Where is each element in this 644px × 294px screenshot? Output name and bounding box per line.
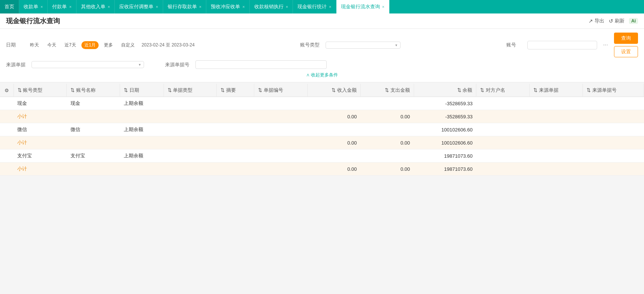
- source-doc-select[interactable]: ▾: [32, 61, 144, 68]
- header-actions: ↗ 导出 ↺ 刷新 Ai: [588, 18, 638, 24]
- cell-expense: 0.00: [360, 163, 414, 176]
- nav-tab-yinhangcunkuandan[interactable]: 银行存取款单 ×: [163, 0, 206, 13]
- table-row[interactable]: 微信 微信 上期余额 100102606.60: [0, 123, 644, 136]
- close-icon[interactable]: ×: [69, 4, 71, 9]
- more-options-icon[interactable]: ···: [603, 42, 608, 48]
- cell-doc-no: [254, 97, 308, 110]
- table-row[interactable]: 现金 现金 上期余额 -3528659.33: [0, 97, 644, 110]
- cell-source-doc-no: [583, 136, 644, 149]
- cell-gear: [0, 149, 14, 163]
- source-doc-num-input[interactable]: [195, 60, 327, 69]
- th-balance[interactable]: ⇅ 余额: [414, 84, 476, 97]
- th-doc-type[interactable]: ⇅ 单据类型: [164, 84, 217, 97]
- nav-tab-qitataishoudan[interactable]: 其他收入单 ×: [77, 0, 115, 13]
- cell-income: 0.00: [307, 110, 360, 123]
- th-date[interactable]: ⇅ 日期: [120, 84, 164, 97]
- export-button[interactable]: ↗ 导出: [588, 18, 604, 24]
- cell-gear: [0, 163, 14, 176]
- cell-expense: 0.00: [360, 110, 414, 123]
- cell-balance: -3528659.33: [414, 110, 476, 123]
- settings-button[interactable]: 设置: [614, 46, 638, 57]
- table-body: 现金 现金 上期余额 -3528659.33 小计 0.00 0.00 -352…: [0, 97, 644, 176]
- query-button[interactable]: 查询: [614, 33, 638, 44]
- cell-source-doc-no: [583, 123, 644, 136]
- cell-summary: [217, 123, 254, 136]
- collapse-bar[interactable]: ∧ 收起更多条件: [6, 72, 638, 78]
- close-icon[interactable]: ×: [199, 4, 201, 9]
- cell-expense: [360, 149, 414, 163]
- th-account-name[interactable]: ⇅ 账号名称: [67, 84, 120, 97]
- action-buttons: 查询 设置: [614, 33, 638, 57]
- date-btn-custom[interactable]: 自定义: [118, 41, 138, 49]
- cell-doc-no: [254, 163, 308, 176]
- cell-balance: 19871073.60: [414, 149, 476, 163]
- close-icon[interactable]: ×: [242, 4, 245, 9]
- nav-tab-shoukuandan[interactable]: 收款单 ×: [19, 0, 48, 13]
- cell-account-name: 现金: [67, 97, 120, 110]
- th-expense[interactable]: ⇅ 支出金额: [360, 84, 414, 97]
- cell-balance: -3528659.33: [414, 97, 476, 110]
- table-row[interactable]: 小计 0.00 0.00 -3528659.33: [0, 110, 644, 123]
- close-icon[interactable]: ×: [286, 4, 288, 9]
- cell-date: [120, 163, 164, 176]
- cell-doc-type: [164, 110, 217, 123]
- nav-home[interactable]: 首页: [0, 0, 19, 13]
- close-icon[interactable]: ×: [382, 4, 384, 9]
- cell-source-doc: [530, 123, 583, 136]
- account-input[interactable]: [527, 41, 597, 49]
- cell-source-doc-no: [583, 110, 644, 123]
- close-icon[interactable]: ×: [329, 4, 331, 9]
- cell-balance: 100102606.60: [414, 136, 476, 149]
- th-summary[interactable]: ⇅ 摘要: [217, 84, 254, 97]
- cell-account-name: [67, 163, 120, 176]
- th-counterparty[interactable]: ⇅ 对方户名: [476, 84, 530, 97]
- cell-gear: [0, 97, 14, 110]
- nav-tab-yingshoutiaozhengdan[interactable]: 应收应付调整单 ×: [115, 0, 163, 13]
- nav-tab-shoukuanhexiao[interactable]: 收款核销执行 ×: [250, 0, 293, 13]
- cell-counterparty: [476, 163, 530, 176]
- cell-account-type: 支付宝: [14, 149, 67, 163]
- cell-source-doc-no: [583, 97, 644, 110]
- filter-area: 日期 昨天 今天 近7天 近1月 更多 自定义 2023-02-24 至 202…: [0, 29, 644, 82]
- cell-account-name: 微信: [67, 123, 120, 136]
- cell-doc-type: [164, 123, 217, 136]
- nav-tab-xianjinliushui[interactable]: 现金银行流水查询 ×: [336, 0, 389, 13]
- date-btn-1month[interactable]: 近1月: [81, 41, 99, 49]
- refresh-button[interactable]: ↺ 刷新: [609, 18, 624, 24]
- close-icon[interactable]: ×: [108, 4, 110, 9]
- th-account-type[interactable]: ⇅ 账号类型: [14, 84, 67, 97]
- chevron-down-icon2: ▾: [139, 63, 141, 67]
- date-btn-more[interactable]: 更多: [101, 41, 116, 49]
- table-row[interactable]: 小计 0.00 0.00 19871073.60: [0, 163, 644, 176]
- cell-counterparty: [476, 97, 530, 110]
- cell-date: [120, 136, 164, 149]
- cell-source-doc-no: [583, 149, 644, 163]
- cell-source-doc: [530, 110, 583, 123]
- cell-account-name: [67, 136, 120, 149]
- nav-tab-yushouyingshoudan[interactable]: 预收冲应收单 ×: [206, 0, 249, 13]
- date-btn-today[interactable]: 今天: [44, 41, 59, 49]
- nav-tab-xianjintongjia[interactable]: 现金银行统计 ×: [293, 0, 336, 13]
- account-label: 账号: [506, 42, 521, 48]
- cell-counterparty: [476, 149, 530, 163]
- table-row[interactable]: 支付宝 支付宝 上期余额 19871073.60: [0, 149, 644, 163]
- close-icon[interactable]: ×: [41, 4, 43, 9]
- ai-badge[interactable]: Ai: [629, 18, 638, 24]
- cell-doc-type: [164, 136, 217, 149]
- account-type-select[interactable]: ▾: [326, 42, 401, 49]
- cell-counterparty: [476, 136, 530, 149]
- close-icon[interactable]: ×: [156, 4, 158, 9]
- cell-source-doc: [530, 149, 583, 163]
- gear-column-header[interactable]: ⚙: [0, 84, 14, 97]
- date-btn-yesterday[interactable]: 昨天: [27, 41, 42, 49]
- cell-summary: [217, 163, 254, 176]
- th-doc-no[interactable]: ⇅ 单据编号: [254, 84, 308, 97]
- date-options: 昨天 今天 近7天 近1月 更多 自定义 2023-02-24 至 2023-0…: [27, 41, 195, 49]
- th-income[interactable]: ⇅ 收入金额: [307, 84, 360, 97]
- cell-summary: [217, 110, 254, 123]
- table-row[interactable]: 小计 0.00 0.00 100102606.60: [0, 136, 644, 149]
- th-source-doc-no[interactable]: ⇅ 来源单据号: [583, 84, 644, 97]
- nav-tab-fukuandan[interactable]: 付款单 ×: [48, 0, 76, 13]
- date-btn-7days[interactable]: 近7天: [62, 41, 79, 49]
- th-source-doc[interactable]: ⇅ 来源单据: [530, 84, 583, 97]
